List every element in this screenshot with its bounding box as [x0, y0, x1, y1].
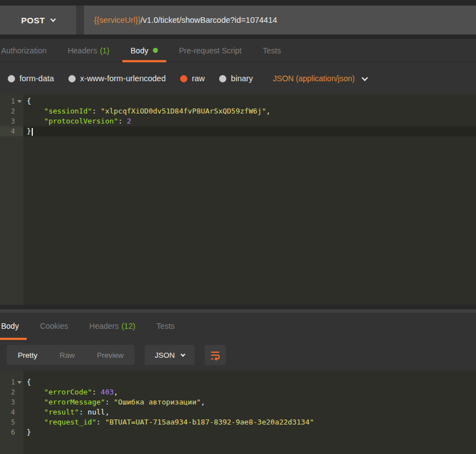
body-has-content-dot-icon [153, 48, 158, 53]
code-text[interactable]: "request_id": "BTUAT=UAT-715aa934-b187-8… [23, 417, 476, 427]
line-number: 2 [11, 106, 15, 116]
line-number: 3 [11, 116, 15, 126]
json-key: "protocolVersion" [44, 117, 118, 125]
tab-response-headers[interactable]: Headers (12) [82, 313, 143, 339]
window-top-strip [0, 0, 476, 6]
tab-authorization[interactable]: Authorization [1, 39, 55, 62]
code-text[interactable]: { [23, 377, 476, 387]
json-key: "errorCode" [44, 388, 92, 396]
code-line: 5 "request_id": "BTUAT=UAT-715aa934-b187… [0, 417, 476, 427]
response-body-viewer[interactable]: 1 { 2 "errorCode": 403, 3 "errorMessage"… [0, 371, 476, 454]
tab-response-cookies[interactable]: Cookies [32, 313, 76, 339]
json-key: "sessionId" [44, 107, 92, 115]
line-number: 3 [11, 397, 15, 407]
chevron-down-icon [361, 75, 368, 81]
code-text[interactable]: "sessionId": "xlpcqfXiOD0dv51D84fvP8UArS… [23, 106, 476, 116]
code-line: 4 "result": null, [0, 407, 476, 417]
fold-toggle-icon[interactable] [15, 381, 23, 384]
json-number-value: 403 [101, 388, 113, 396]
line-number: 2 [11, 387, 15, 397]
fold-toggle-icon[interactable] [15, 100, 23, 103]
json-string-value: "BTUAT=UAT-715aa934-b187-8392-9ae8-3e20a… [105, 418, 314, 426]
pretty-button[interactable]: Pretty [7, 345, 48, 365]
request-tabs: Authorization Headers (1) Body Pre-reque… [0, 39, 476, 62]
json-string-value: "xlpcqfXiOD0dv51D84fvP8UArSxQD59zfW6j" [101, 107, 266, 115]
response-tabs: Body Cookies Headers (12) Tests [0, 313, 476, 339]
response-headers-count-badge: (12) [121, 322, 135, 330]
tab-body[interactable]: Body [122, 39, 166, 62]
response-view-mode-group: Pretty Raw Preview [7, 345, 135, 365]
json-key: "errorMessage" [44, 398, 105, 406]
request-url-bar: POST {{serviceUrl}}/v1.0/ticket/showBarc… [0, 6, 476, 34]
radio-selected-circle-icon [180, 75, 187, 82]
code-line: 1 { [0, 377, 476, 387]
tab-headers[interactable]: Headers (1) [60, 39, 118, 62]
response-format-dropdown[interactable]: JSON [145, 345, 195, 365]
code-line: 2 "sessionId": "xlpcqfXiOD0dv51D84fvP8UA… [0, 106, 476, 116]
code-text[interactable]: "protocolVersion": 2 [23, 116, 476, 126]
headers-count-badge: (1) [100, 46, 110, 55]
chevron-down-icon [181, 352, 185, 357]
content-type-dropdown[interactable]: JSON (application/json) [273, 74, 367, 83]
code-text[interactable]: "result": null, [23, 407, 476, 417]
raw-button[interactable]: Raw [48, 345, 86, 365]
tab-tests[interactable]: Tests [255, 39, 290, 62]
line-number: 1 [11, 96, 15, 106]
code-text[interactable]: { [23, 96, 476, 106]
url-input[interactable]: {{serviceUrl}}/v1.0/ticket/showBarcode?i… [84, 6, 476, 34]
json-key: "request_id" [44, 418, 96, 426]
radio-binary[interactable]: binary [219, 74, 253, 83]
url-environment-variable: {{serviceUrl}} [94, 16, 141, 24]
text-cursor [32, 128, 33, 136]
bar-bottom-strip [0, 34, 476, 39]
code-line: 2 "errorCode": 403, [0, 387, 476, 397]
wrap-text-button[interactable] [205, 345, 226, 365]
url-path: /v1.0/ticket/showBarcode?id=1074414 [141, 16, 277, 24]
tab-response-body[interactable]: Body [0, 313, 27, 339]
code-text[interactable]: "errorMessage": "Ошибка авторизации", [23, 397, 476, 407]
tab-response-tests[interactable]: Tests [148, 313, 182, 339]
code-text[interactable]: "errorCode": 403, [23, 387, 476, 397]
radio-x-www-form-urlencoded[interactable]: x-www-form-urlencoded [68, 74, 166, 83]
line-number: 6 [11, 427, 15, 437]
method-url-divider [76, 6, 84, 34]
body-type-selector-row: form-data x-www-form-urlencoded raw bina… [0, 62, 476, 95]
code-line: 3 "protocolVersion": 2 [0, 116, 476, 126]
radio-circle-icon [68, 75, 76, 82]
radio-circle-icon [8, 75, 15, 82]
tab-pre-request-script[interactable]: Pre-request Script [171, 39, 250, 62]
radio-circle-icon [219, 75, 226, 82]
request-body-editor[interactable]: 1 { 2 "sessionId": "xlpcqfXiOD0dv51D84fv… [0, 95, 476, 305]
http-method-select[interactable]: POST [0, 6, 76, 34]
http-method-label: POST [21, 16, 45, 25]
json-number-value: 2 [127, 117, 131, 125]
active-tab-underline [0, 338, 27, 340]
line-number: 4 [11, 126, 15, 136]
chevron-down-icon [50, 17, 56, 22]
code-text[interactable]: } [23, 126, 476, 136]
code-line-active: 4 } [0, 126, 476, 136]
active-tab-underline [122, 60, 166, 62]
json-key: "result" [44, 408, 79, 416]
line-number: 5 [11, 417, 15, 427]
word-wrap-icon [209, 349, 221, 361]
code-line: 6 } [0, 427, 476, 437]
code-line: 3 "errorMessage": "Ошибка авторизации", [0, 397, 476, 407]
code-text[interactable]: } [23, 427, 476, 437]
json-string-value: "Ошибка авторизации" [114, 398, 201, 406]
pane-divider [0, 305, 476, 309]
line-number: 4 [11, 407, 15, 417]
code-line: 1 { [0, 96, 476, 106]
line-number: 1 [11, 377, 15, 387]
json-null-value: null [88, 408, 105, 416]
radio-form-data[interactable]: form-data [8, 74, 54, 83]
response-view-toolbar: Pretty Raw Preview JSON [0, 339, 476, 371]
preview-button[interactable]: Preview [86, 345, 135, 365]
radio-raw[interactable]: raw [180, 74, 205, 83]
